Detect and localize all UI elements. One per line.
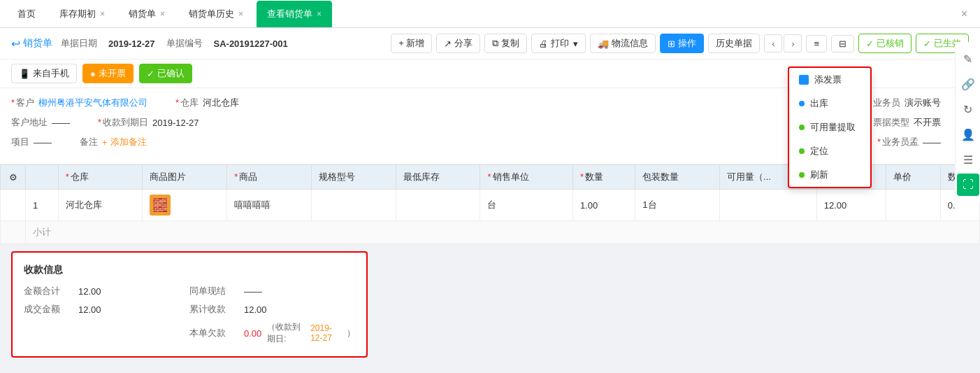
available-icon xyxy=(799,125,805,130)
tab-home[interactable]: 首页 xyxy=(7,1,46,27)
dropdown-locate[interactable]: 定位 xyxy=(789,139,870,163)
dropdown-add-invoice[interactable]: 添发票 xyxy=(789,68,870,92)
col-pack-qty: 包装数量 xyxy=(635,165,720,190)
row-warehouse: 河北仓库 xyxy=(58,190,143,221)
logistics-icon: 🚚 xyxy=(598,38,609,49)
print-label: 打印 xyxy=(551,37,569,50)
tab-check-close[interactable]: × xyxy=(317,9,322,19)
due-date-value: 2019-12-27 xyxy=(152,118,199,128)
confirm-icon: ✓ xyxy=(147,69,154,79)
sold-button[interactable]: ✓ 已核销 xyxy=(858,34,911,53)
out-stock-icon xyxy=(799,101,805,106)
copy-label: 复制 xyxy=(501,37,519,50)
new-button[interactable]: + 新增 xyxy=(391,34,432,53)
operation-dropdown: 添发票 出库 可用量提取 定位 刷新 xyxy=(788,66,872,188)
tab-check-sales[interactable]: 查看销货单 × xyxy=(257,1,332,27)
operation-icon: ⊞ xyxy=(668,38,675,49)
customer-field: *客户 柳州粤港平安气体有限公司 xyxy=(11,97,147,109)
col-product: *商品 xyxy=(227,165,312,190)
summary-box: 收款信息 金额合计 12.00 同单现结 —— 成交金额 12.00 累计收款 … xyxy=(11,251,368,358)
doc-number-label: 单据编号 xyxy=(166,37,203,50)
history-label: 历史单据 xyxy=(716,37,752,50)
dropdown-out-stock[interactable]: 出库 xyxy=(789,92,870,115)
doc-header-left: ↩ 销货单 单据日期 2019-12-27 单据编号 SA-20191227-0… xyxy=(11,37,288,50)
refresh-icon xyxy=(799,172,805,178)
doc-date-value: 2019-12-27 xyxy=(108,38,155,49)
confirm-label: 已确认 xyxy=(157,67,185,80)
invoice-type-field: *票据类型 不开票 xyxy=(868,116,941,129)
note-field: 备注 + 添加备注 xyxy=(80,136,147,148)
share-button[interactable]: ↗ 分享 xyxy=(436,34,480,53)
print-button[interactable]: 🖨 打印 ▾ xyxy=(531,34,586,53)
subtotal-row: 小计 xyxy=(1,221,980,244)
window-close-button[interactable]: × xyxy=(956,5,973,23)
confirmed-button[interactable]: ✓ 已确认 xyxy=(139,64,192,83)
col-gear: ⚙ xyxy=(1,165,26,190)
tab-bar: 首页 库存期初 × 销货单 × 销货单历史 × 查看销货单 × × xyxy=(0,0,980,28)
sidebar-list-icon[interactable]: ☰ xyxy=(957,148,979,171)
doc-number-value: SA-20191227-001 xyxy=(214,38,288,49)
tab-history-close[interactable]: × xyxy=(238,9,243,19)
salesperson-value: —— xyxy=(923,137,941,148)
share-icon: ↗ xyxy=(444,38,452,49)
add-invoice-icon xyxy=(799,75,809,85)
available-label: 可用量提取 xyxy=(810,121,856,134)
refresh-label: 刷新 xyxy=(810,169,828,181)
subtotal-label: 小计 xyxy=(26,221,980,244)
sidebar-link-icon[interactable]: 🔗 xyxy=(957,73,979,95)
check-icon: ✓ xyxy=(866,38,874,49)
prev-button[interactable]: ‹ xyxy=(764,34,782,52)
deal-amount-value: 12.00 xyxy=(78,304,101,315)
sold-label: 已核销 xyxy=(877,37,904,50)
history-button[interactable]: 历史单据 xyxy=(708,34,760,53)
sidebar-expand-icon[interactable]: ⛶ xyxy=(957,174,979,196)
arrears-date: 2019-12-27 xyxy=(310,323,341,343)
logistics-button[interactable]: 🚚 物流信息 xyxy=(590,34,656,53)
phone-label: 来自手机 xyxy=(33,67,69,80)
table-row: 1 河北仓库 🧱 嘻嘻嘻嘻 台 1.00 1台 12.00 0. xyxy=(1,190,980,221)
tab-sales-order[interactable]: 销货单 × xyxy=(118,1,175,27)
copy-button[interactable]: ⧉ 复制 xyxy=(484,34,527,53)
sidebar-user-icon[interactable]: 👤 xyxy=(957,123,979,146)
col-qty: *数量 xyxy=(572,165,635,190)
right-sidebar: ✎ 🔗 ↻ 👤 ☰ ⛶ xyxy=(955,42,980,202)
invoice-icon: ● xyxy=(90,69,96,79)
tab-inventory-init[interactable]: 库存期初 × xyxy=(49,1,115,27)
tab-home-label: 首页 xyxy=(17,8,36,20)
sidebar-edit-icon[interactable]: ✎ xyxy=(957,48,979,70)
out-stock-label: 出库 xyxy=(810,97,828,110)
same-order-value: —— xyxy=(244,286,262,297)
warehouse-value: 河北仓库 xyxy=(203,97,239,109)
address-field: 客户地址 —— xyxy=(11,116,70,129)
col-unit-price: 单价 xyxy=(886,165,940,190)
operation-button[interactable]: ⊞ 操作 xyxy=(660,34,704,53)
deal-amount-label: 成交金额 xyxy=(24,303,73,316)
nav-arrows: ‹ › xyxy=(764,34,802,52)
arrears-suffix: （收款到期日: xyxy=(267,321,305,345)
dropdown-available-qty[interactable]: 可用量提取 xyxy=(789,115,870,139)
share-label: 分享 xyxy=(454,37,473,50)
tab-inventory-close[interactable]: × xyxy=(100,9,105,19)
due-date-field: *收款到期日 2019-12-27 xyxy=(98,116,199,129)
salesperson-field: *业务员孟 —— xyxy=(877,136,941,148)
operation-label: 操作 xyxy=(678,37,696,50)
total-amount-value: 12.00 xyxy=(78,286,101,297)
tab-sales-history[interactable]: 销货单历史 × xyxy=(178,1,254,27)
next-button[interactable]: › xyxy=(784,34,802,52)
row-pack-qty: 1台 xyxy=(635,190,720,221)
doc-meta: 单据日期 2019-12-27 单据编号 SA-20191227-001 xyxy=(61,37,288,50)
sidebar-refresh-icon[interactable]: ↻ xyxy=(957,98,979,120)
doc-header: ↩ 销货单 单据日期 2019-12-27 单据编号 SA-20191227-0… xyxy=(0,28,980,59)
col-no xyxy=(26,165,59,190)
not-invoiced-button[interactable]: ● 未开票 xyxy=(82,64,134,83)
layout-btn1[interactable]: ≡ xyxy=(806,35,827,52)
cumulative-label: 累计收款 xyxy=(189,303,238,316)
row-qty: 1.00 xyxy=(572,190,635,221)
summary-grid: 金额合计 12.00 同单现结 —— 成交金额 12.00 累计收款 12.00… xyxy=(24,285,355,345)
add-note-button[interactable]: + 添加备注 xyxy=(102,136,147,148)
from-phone-button[interactable]: 📱 来自手机 xyxy=(11,64,77,83)
dropdown-refresh[interactable]: 刷新 xyxy=(789,163,870,187)
tab-sales-close[interactable]: × xyxy=(160,9,165,19)
address-value: —— xyxy=(52,118,70,128)
layout-btn2[interactable]: ⊟ xyxy=(831,35,854,52)
